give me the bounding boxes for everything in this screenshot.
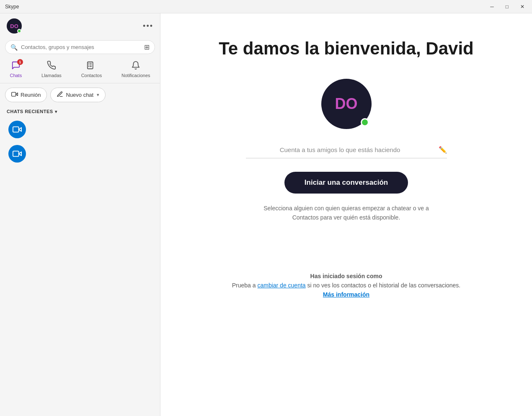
minimize-button[interactable]: ─ [488,3,496,10]
grid-icon[interactable]: ⊞ [144,43,150,51]
chats-icon: 1 [11,61,21,72]
titlebar: Skype ─ □ ✕ [0,0,532,13]
online-status-dot [17,29,21,33]
chat-avatar-2 [8,145,26,163]
svg-rect-6 [13,151,19,157]
main-avatar-initials: DO [335,95,358,113]
tab-calls-label: Llamadas [41,73,62,78]
main-avatar: DO [321,79,372,129]
welcome-title: Te damos la bienvenida, David [219,39,473,59]
search-icon: 🔍 [10,44,18,51]
window-controls: ─ □ ✕ [488,3,527,10]
start-conversation-button[interactable]: Iniciar una conversación [284,172,408,194]
chat-avatar-1 [8,121,26,138]
nav-tabs: 1 Chats Llamadas Con [0,57,160,83]
session-label: Has iniciado sesión como [232,273,461,279]
more-options-button[interactable]: ••• [143,22,153,31]
calls-icon [47,61,56,72]
status-bar: Cuenta a tus amigos lo que estás haciend… [246,146,447,158]
svg-marker-5 [19,152,21,155]
chevron-down-icon: ▾ [55,109,57,114]
svg-marker-3 [19,127,21,131]
action-buttons: Reunión Nuevo chat ▾ [0,83,160,106]
svg-marker-1 [16,93,18,96]
session-prefix: Prueba a [232,282,258,289]
svg-rect-2 [12,92,16,96]
nuevo-chat-button[interactable]: Nuevo chat ▾ [50,88,106,102]
edit-status-icon[interactable]: ✏️ [439,146,447,154]
tab-notifications[interactable]: Notificaciones [116,59,155,80]
main-content: Te damos la bienvenida, David DO Cuenta … [160,13,532,416]
session-info: Has iniciado sesión como Prueba a cambia… [232,273,461,298]
nuevo-chat-icon [57,91,63,99]
search-input[interactable] [21,44,141,50]
helper-text: Selecciona alguien con quien quieras emp… [263,204,430,222]
maximize-button[interactable]: □ [503,3,511,10]
list-item[interactable] [5,142,155,165]
more-info-link[interactable]: Más información [232,291,461,298]
status-placeholder-text: Cuenta a tus amigos lo que estás haciend… [246,146,434,153]
tab-notifications-label: Notificaciones [121,73,150,78]
chats-badge: 1 [17,59,23,65]
tab-contacts[interactable]: Contactos [76,59,107,80]
nuevo-chat-label: Nuevo chat [66,92,93,98]
sidebar: DO ••• 🔍 ⊞ 1 Chats [0,13,160,416]
recent-chats-label: CHATS RECIENTES [7,109,53,114]
tab-chats[interactable]: 1 Chats [5,59,27,80]
sidebar-header: DO ••• [0,13,160,39]
dropdown-arrow-icon: ▾ [97,92,99,98]
chat-list [0,116,160,167]
recent-chats-header[interactable]: CHATS RECIENTES ▾ [0,106,160,116]
svg-rect-4 [13,127,19,132]
list-item[interactable] [5,118,155,141]
avatar-initials: DO [10,23,18,29]
contacts-icon [87,61,96,72]
reunion-label: Reunión [21,92,41,98]
reunion-button[interactable]: Reunión [5,88,47,102]
session-suffix: si no ves los contactos o el historial d… [306,282,461,289]
notifications-icon [131,61,140,72]
tab-chats-label: Chats [10,73,22,78]
app-title: Skype [5,4,19,10]
search-bar: 🔍 ⊞ [5,40,155,54]
close-button[interactable]: ✕ [518,3,527,10]
session-title: Has iniciado sesión como [310,273,382,279]
change-account-link[interactable]: cambiar de cuenta [257,282,305,289]
session-description: Prueba a cambiar de cuenta si no ves los… [232,282,461,289]
tab-calls[interactable]: Llamadas [36,59,67,80]
reunion-icon [11,91,18,99]
tab-contacts-label: Contactos [81,73,102,78]
app-body: DO ••• 🔍 ⊞ 1 Chats [0,13,532,416]
user-avatar[interactable]: DO [7,18,22,34]
main-online-dot [361,118,369,127]
